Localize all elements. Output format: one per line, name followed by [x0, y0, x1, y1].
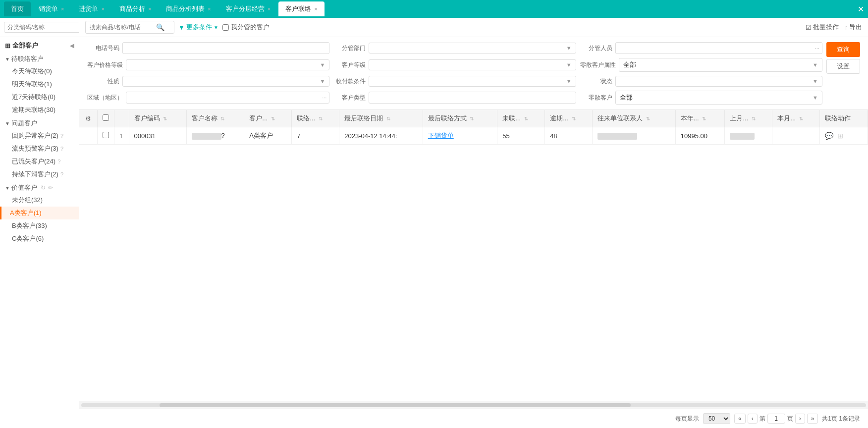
filter-price-level-select[interactable]: ▼	[126, 59, 329, 70]
sidebar-item-overdue-contact[interactable]: 逾期未联络(30)	[0, 104, 79, 116]
col-no-contact[interactable]: 未联... ⇅	[497, 110, 545, 127]
sidebar-item-abnormal-repurchase[interactable]: 回购异常客户(2) ?	[0, 129, 79, 142]
filter-person-more[interactable]: ···	[815, 45, 819, 51]
filter-customer-level-select[interactable]: ▼	[369, 59, 576, 70]
edit-icon[interactable]: ✏	[48, 184, 53, 191]
cell-checkbox	[97, 127, 114, 145]
help-icon-3[interactable]: ?	[57, 159, 60, 164]
col-action: 联络动作	[820, 110, 868, 127]
scrollbar-thumb[interactable]	[160, 403, 630, 407]
tab-goods-analysis[interactable]: 商品分析 ×	[112, 1, 158, 16]
col-customer-code[interactable]: 客户编码 ⇅	[129, 110, 186, 127]
row-checkbox[interactable]	[103, 132, 109, 138]
col-this-year[interactable]: 本年... ⇅	[675, 110, 725, 127]
qr-icon[interactable]: ⊞	[837, 132, 843, 140]
col-overdue[interactable]: 逾期... ⇅	[545, 110, 593, 127]
filter-retail-customer-select[interactable]: 全部 ▼	[615, 91, 822, 105]
col-last-contact-date[interactable]: 最后联络日期 ⇅	[339, 110, 423, 127]
col-settings[interactable]: ⚙	[79, 110, 97, 127]
my-customer-checkbox[interactable]: 我分管的客户	[222, 23, 270, 32]
filter-more-btn[interactable]: ▼ 更多条件 ▼	[178, 23, 218, 32]
tab-purchase-close[interactable]: ×	[101, 6, 104, 12]
last-page-btn[interactable]: »	[807, 414, 818, 424]
filter-payment-select[interactable]: ▼	[369, 76, 576, 87]
tab-sales[interactable]: 销货单 ×	[32, 1, 71, 16]
filter-region-more[interactable]: ···	[322, 95, 326, 101]
filter-nature-select[interactable]: ▼	[122, 76, 329, 87]
sidebar-item-unclassified[interactable]: 未分组(32)	[0, 194, 79, 207]
horizontal-scrollbar[interactable]	[81, 403, 866, 407]
batch-op-btn[interactable]: ☑ 批量操作	[806, 23, 839, 32]
filter-region-input[interactable]	[126, 92, 329, 104]
sidebar-item-churn-warning[interactable]: 流失预警客户(3) ?	[0, 142, 79, 155]
group-problem-customer[interactable]: ▼ 问题客户	[0, 116, 79, 129]
help-icon-1[interactable]: ?	[60, 133, 63, 139]
tab-purchase[interactable]: 进货单 ×	[72, 1, 111, 16]
table-container: ⚙ 客户编码 ⇅ 客户名称 ⇅ 客户... ⇅ 联络... ⇅ 最后联络日期 ⇅…	[79, 110, 868, 401]
search-input[interactable]	[90, 24, 154, 31]
last-month-masked	[730, 133, 755, 140]
tab-customer-contact[interactable]: 客户联络 ×	[278, 1, 324, 16]
tab-customer-segment-close[interactable]: ×	[268, 6, 271, 12]
filter-retail-customer: 零散客户 全部 ▼	[580, 91, 822, 105]
page-number-input[interactable]	[767, 414, 785, 424]
query-button[interactable]: 查询	[826, 42, 860, 57]
next-page-btn[interactable]: ›	[795, 414, 805, 424]
prev-page-btn[interactable]: ‹	[748, 414, 758, 424]
group-value-customer[interactable]: ▼ 价值客户 ↻ ✏	[0, 181, 79, 194]
col-last-month[interactable]: 上月... ⇅	[725, 110, 772, 127]
tab-goods-analysis-list[interactable]: 商品分析列表 ×	[159, 1, 217, 16]
collapse-icon[interactable]: ◀	[70, 43, 74, 49]
help-icon-2[interactable]: ?	[60, 146, 63, 152]
col-customer-name[interactable]: 客户名称 ⇅	[186, 110, 244, 127]
tab-customer-segment[interactable]: 客户分层经营 ×	[219, 1, 277, 16]
filter-person-input[interactable]	[615, 42, 822, 54]
filter-customer-type-input[interactable]	[369, 92, 576, 104]
chat-icon[interactable]: 💬	[825, 132, 833, 140]
tab-home[interactable]: 首页	[4, 1, 31, 16]
filter-status-select[interactable]: ▼	[615, 76, 822, 87]
tab-goods-analysis-list-close[interactable]: ×	[208, 6, 211, 12]
search-icon-main[interactable]: 🔍	[156, 23, 164, 31]
window-close-button[interactable]: ✕	[858, 4, 864, 14]
col-this-month[interactable]: 本月... ⇅	[772, 110, 820, 127]
sidebar-item-class-a[interactable]: A类客户(1)	[0, 207, 79, 219]
export-btn[interactable]: ↑ 导出	[845, 23, 863, 32]
tab-goods-analysis-close[interactable]: ×	[148, 6, 151, 12]
settings-button[interactable]: 设置	[826, 59, 860, 74]
filter-retail-customer-value: 全部	[620, 93, 633, 102]
col-unit-contact[interactable]: 往来单位联系人 ⇅	[593, 110, 676, 127]
sidebar-search-input[interactable]	[4, 22, 79, 33]
sidebar-item-churned[interactable]: 已流失客户(24) ?	[0, 155, 79, 168]
batch-op-label: 批量操作	[813, 23, 839, 32]
contact-method-link[interactable]: 下销货单	[428, 132, 454, 139]
refresh-icon[interactable]: ↻	[41, 184, 46, 191]
col-customer-type[interactable]: 客户... ⇅	[244, 110, 292, 127]
group-pending-contact[interactable]: ▼ 待联络客户	[0, 52, 79, 65]
filter-phone-input[interactable]	[122, 42, 329, 54]
sidebar-item-today-contact[interactable]: 今天待联络(0)	[0, 65, 79, 78]
filter-person-label: 分管人员	[580, 44, 612, 53]
filter-retail-attr-arrow: ▼	[813, 62, 818, 68]
col-contact-count[interactable]: 联络... ⇅	[292, 110, 339, 127]
all-customers-header[interactable]: ⊞ 全部客户 ◀	[0, 37, 79, 52]
sidebar-item-class-c[interactable]: C类客户(6)	[0, 232, 79, 245]
first-page-btn[interactable]: «	[734, 414, 746, 424]
sort-icon-unit: ⇅	[646, 116, 650, 121]
filter-retail-attr-select[interactable]: 全部 ▼	[619, 58, 822, 72]
filter-dept-select[interactable]: ▼	[369, 43, 576, 54]
page-size-select[interactable]: 50 100 200	[703, 413, 730, 424]
sidebar-item-declining[interactable]: 持续下滑客户(2) ?	[0, 168, 79, 181]
select-all-checkbox[interactable]	[103, 114, 109, 121]
col-last-contact-method[interactable]: 最后联络方式 ⇅	[423, 110, 497, 127]
tab-customer-contact-close[interactable]: ×	[314, 6, 317, 12]
tab-sales-close[interactable]: ×	[61, 6, 64, 12]
help-icon-4[interactable]: ?	[60, 171, 63, 177]
sidebar-item-week-contact[interactable]: 近7天待联络(0)	[0, 91, 79, 104]
filter-row-1: 电话号码 分管部门 ▼ 分管人员	[87, 42, 822, 54]
my-customer-check[interactable]	[222, 24, 229, 31]
triangle-down-icon2: ▼	[5, 121, 10, 126]
week-contact-label: 近7天待联络(0)	[12, 93, 55, 102]
sidebar-item-class-b[interactable]: B类客户(33)	[0, 219, 79, 232]
sidebar-item-tomorrow-contact[interactable]: 明天待联络(1)	[0, 78, 79, 91]
